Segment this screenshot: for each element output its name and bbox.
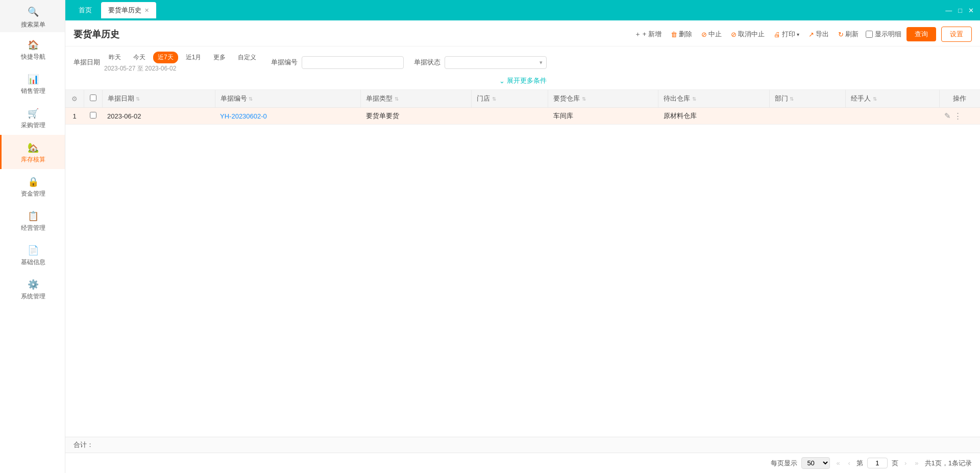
sort-store-icon[interactable]: ⇅ [492,96,496,102]
bill-no-label: 单据编号 [271,58,298,67]
refresh-icon: ↻ [838,31,844,38]
pagination-bar: 每页显示 20 50 100 200 « ‹ 第 页 › » 共1页，1条记录 [65,453,980,473]
sort-pending-warehouse-icon[interactable]: ⇅ [692,96,696,102]
col-date: 单据日期 ⇅ [102,90,215,108]
table-header-row: ⚙ 单据日期 ⇅ 单据编号 ⇅ [65,90,980,108]
delete-icon: 🗑 [671,31,677,38]
sort-bill-type-icon[interactable]: ⇅ [395,96,399,102]
tab-home[interactable]: 首页 [71,2,99,18]
bill-no-input[interactable] [302,56,404,69]
date-btn-yesterday[interactable]: 昨天 [104,52,126,63]
basic-icon: 📄 [28,245,39,256]
date-btn-custom[interactable]: 自定义 [233,52,261,63]
new-button[interactable]: ＋ + 新增 [632,29,664,40]
close-button[interactable]: ✕ [968,7,974,14]
sidebar-item-search[interactable]: 🔍 搜索菜单 [0,0,65,32]
date-btn-1month[interactable]: 近1月 [181,52,206,63]
col-bill-no-label: 单据编号 [220,94,247,102]
minimize-button[interactable]: — [945,7,952,14]
show-detail-toggle[interactable]: 显示明细 [866,30,901,39]
page-size-select[interactable]: 20 50 100 200 [801,457,830,469]
sidebar-item-operation[interactable]: 📋 经营管理 [0,203,65,238]
status-label: 单据状态 [414,58,440,67]
delete-button[interactable]: 🗑 删除 [669,29,694,40]
row-checkbox[interactable] [84,108,102,125]
query-button[interactable]: 查询 [906,27,936,41]
expand-btn[interactable]: ⌄ 展开更多条件 [499,76,547,85]
first-page-btn[interactable]: « [834,458,842,468]
new-icon: ＋ [634,30,641,39]
sidebar-item-sales[interactable]: 📊 销售管理 [0,66,65,101]
sidebar-item-inventory-label: 库存核算 [21,155,45,164]
col-bill-no: 单据编号 ⇅ [215,90,361,108]
setting-button[interactable]: 设置 [941,27,972,42]
sort-req-warehouse-icon[interactable]: ⇅ [582,96,586,102]
sidebar-item-purchase[interactable]: 🛒 采购管理 [0,101,65,135]
next-page-btn[interactable]: › [902,458,909,468]
select-all-checkbox[interactable] [90,94,96,101]
more-icon[interactable]: ⋮ [954,111,962,121]
last-page-btn[interactable]: » [913,458,920,468]
sort-handler-icon[interactable]: ⇅ [873,96,877,102]
row-req-warehouse: 车间库 [548,108,658,125]
col-department: 部门 ⇅ [769,90,846,108]
col-checkbox [84,90,102,108]
page-suffix: 页 [892,459,898,468]
date-btn-more[interactable]: 更多 [209,52,230,63]
sidebar-item-purchase-label: 采购管理 [21,121,45,130]
row-department [769,108,846,125]
export-icon: ↗ [808,31,814,38]
status-select-wrapper [445,56,547,69]
content-area: 要货单历史 ＋ + 新增 🗑 删除 ⊘ 中止 ⊘ 取消中止 [65,20,980,473]
page-label: 第 [856,459,863,468]
table-body: 1 2023-06-02 YH-20230602-0 要货单要货 车间库 原材料… [65,108,980,125]
stop-button[interactable]: ⊘ 中止 [699,29,724,40]
edit-icon[interactable]: ✎ [944,111,951,121]
sidebar-item-finance[interactable]: 🔒 资金管理 [0,169,65,203]
bill-no-link[interactable]: YH-20230602-0 [220,112,267,120]
sort-date-icon[interactable]: ⇅ [136,96,140,102]
cancel-stop-button[interactable]: ⊘ 取消中止 [729,29,767,40]
sidebar-item-sales-label: 销售管理 [21,87,45,96]
tab-history-close-icon[interactable]: ✕ [144,7,149,14]
restore-button[interactable]: □ [958,7,962,14]
col-req-warehouse-label: 要货仓库 [553,94,580,102]
col-action-label: 操作 [953,94,966,102]
date-shortcuts: 昨天 今天 近7天 近1月 更多 自定义 [104,52,261,63]
settings-icon[interactable]: ⚙ [71,95,78,103]
col-date-label: 单据日期 [108,94,134,102]
col-req-warehouse: 要货仓库 ⇅ [548,90,658,108]
date-btn-today[interactable]: 今天 [129,52,150,63]
sidebar-item-basic[interactable]: 📄 基础信息 [0,238,65,272]
main-area: 首页 要货单历史 ✕ — □ ✕ 要货单历史 ＋ + 新增 🗑 删除 [65,0,980,473]
sidebar-item-basic-label: 基础信息 [21,258,45,267]
sidebar-item-inventory[interactable]: 🏡 库存核算 [0,135,65,169]
refresh-button[interactable]: ↻ 刷新 [836,29,861,40]
row-pending-warehouse: 原材料仓库 [658,108,769,125]
sidebar-item-system-label: 系统管理 [21,292,45,301]
finance-icon: 🔒 [28,176,39,187]
sidebar-item-quick-nav[interactable]: 🏠 快捷导航 [0,32,65,66]
sales-icon: 📊 [28,74,39,85]
row-action: ✎ ⋮ [939,108,980,125]
status-select[interactable] [445,56,547,69]
sidebar: 🔍 搜索菜单 🏠 快捷导航 📊 销售管理 🛒 采购管理 🏡 库存核算 🔒 资金管… [0,0,65,473]
sidebar-item-system[interactable]: ⚙️ 系统管理 [0,272,65,306]
col-pending-warehouse-label: 待出仓库 [664,94,690,102]
table-area: ⚙ 单据日期 ⇅ 单据编号 ⇅ [65,90,980,437]
filter-bar: 单据日期 昨天 今天 近7天 近1月 更多 自定义 2023-05-27 至 2… [65,46,980,90]
show-detail-checkbox[interactable] [866,31,873,38]
sort-department-icon[interactable]: ⇅ [790,96,794,102]
prev-page-btn[interactable]: ‹ [846,458,852,468]
cancel-stop-icon: ⊘ [731,31,737,38]
print-button[interactable]: 🖨 打印 ▾ [772,29,801,40]
tab-history[interactable]: 要货单历史 ✕ [101,2,156,18]
export-button[interactable]: ↗ 导出 [806,29,831,40]
sort-bill-no-icon[interactable]: ⇅ [249,96,253,102]
col-store: 门店 ⇅ [472,90,548,108]
page-number-input[interactable] [867,458,888,468]
system-icon: ⚙️ [28,279,39,290]
date-btn-7days[interactable]: 近7天 [153,52,178,63]
tab-history-label: 要货单历史 [108,6,141,15]
home-icon: 🏠 [28,39,39,51]
